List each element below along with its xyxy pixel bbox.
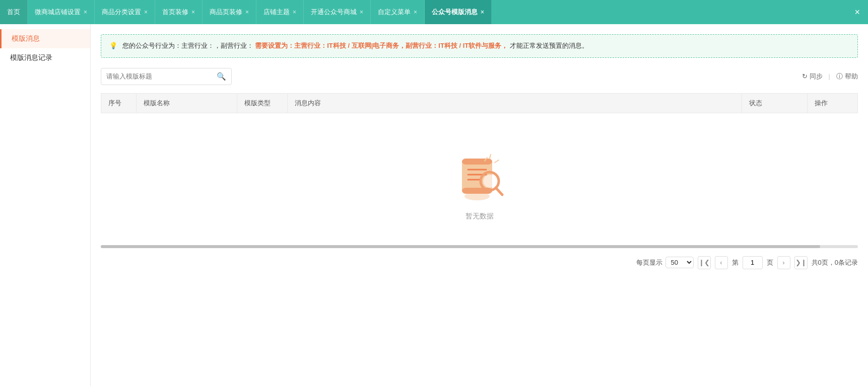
notice-highlight: 需要设置为：主营行业：IT科技 / 互联网|电子商务，副营行业：IT科技 / I… <box>255 42 508 49</box>
col-header-index: 序号 <box>101 93 137 113</box>
nav-tab-template-msg[interactable]: 公众号模版消息 × <box>425 0 492 24</box>
nav-tab-shop-theme[interactable]: 店铺主题 × <box>256 0 304 24</box>
nav-tab-home[interactable]: 首页 <box>0 0 28 24</box>
svg-rect-2 <box>462 159 492 165</box>
nav-tab-shop-settings[interactable]: 微商城店铺设置 × <box>28 0 95 24</box>
svg-line-11 <box>490 155 491 159</box>
nav-tab-custom-menu-label: 自定义菜单 <box>378 8 411 17</box>
col-header-action: 操作 <box>808 93 858 113</box>
page-number-input[interactable] <box>743 256 763 269</box>
nav-tab-open-mall[interactable]: 开通公众号商城 × <box>304 0 371 24</box>
empty-text: 暂无数据 <box>465 212 494 221</box>
nav-tab-template-msg-close[interactable]: × <box>481 9 484 16</box>
page-size-wrap: 每页显示 50 10 20 100 <box>636 257 694 268</box>
data-table: 序号 模版名称 模版类型 消息内容 状态 操作 <box>101 93 858 241</box>
nav-tab-open-mall-label: 开通公众号商城 <box>311 8 357 17</box>
empty-row: 暂无数据 <box>101 113 858 241</box>
nav-tab-product-decor[interactable]: 商品页装修 × <box>203 0 256 24</box>
nav-tab-open-mall-close[interactable]: × <box>360 9 363 16</box>
nav-tab-template-msg-label: 公众号模版消息 <box>432 8 478 17</box>
total-text: 共0页，0条记录 <box>812 258 858 267</box>
svg-line-12 <box>495 160 499 163</box>
svg-line-9 <box>496 188 502 195</box>
nav-tab-home-label: 首页 <box>7 8 20 17</box>
top-nav: 首页 微商城店铺设置 × 商品分类设置 × 首页装修 × 商品页装修 × 店铺主… <box>0 0 868 24</box>
nav-tab-category-settings-close[interactable]: × <box>144 9 148 16</box>
empty-state: 暂无数据 <box>101 113 858 241</box>
help-button[interactable]: ⓘ 帮助 <box>836 72 858 81</box>
sidebar-item-template-msg-record[interactable]: 模版消息记录 <box>0 48 90 67</box>
sync-icon: ↻ <box>802 72 808 80</box>
nav-tab-category-settings-label: 商品分类设置 <box>102 8 141 17</box>
col-header-type: 模版类型 <box>237 93 288 113</box>
sidebar-item-template-msg-label: 模版消息 <box>12 34 40 42</box>
help-icon: ⓘ <box>836 72 843 81</box>
sync-button[interactable]: ↻ 同步 <box>802 72 823 81</box>
toolbar-right: ↻ 同步 | ⓘ 帮助 <box>802 72 858 81</box>
nav-tab-shop-settings-close[interactable]: × <box>84 9 87 16</box>
nav-tab-shop-theme-close[interactable]: × <box>293 9 296 16</box>
content-area: 💡 您的公众号行业为：主营行业：，副营行业： 需要设置为：主营行业：IT科技 /… <box>91 24 868 386</box>
page-next-button[interactable]: › <box>777 256 790 269</box>
page-first-button[interactable]: ❙❮ <box>698 256 711 269</box>
sidebar-item-template-msg-record-label: 模版消息记录 <box>10 53 52 61</box>
sync-label: 同步 <box>810 72 823 81</box>
page-size-label: 每页显示 <box>636 258 662 267</box>
col-header-content: 消息内容 <box>288 93 742 113</box>
main-layout: 模版消息 模版消息记录 💡 您的公众号行业为：主营行业：，副营行业： 需要设置为… <box>0 24 868 386</box>
sidebar-item-template-msg[interactable]: 模版消息 <box>0 29 90 48</box>
notice-prefix: 您的公众号行业为：主营行业：，副营行业： <box>122 42 253 49</box>
page-size-select[interactable]: 50 10 20 100 <box>665 257 694 268</box>
toolbar-divider: | <box>829 72 830 80</box>
page-prev-button[interactable]: ‹ <box>715 256 728 269</box>
nav-tab-shop-settings-label: 微商城店铺设置 <box>35 8 81 17</box>
table-header-row: 序号 模版名称 模版类型 消息内容 状态 操作 <box>101 93 858 113</box>
nav-tab-product-decor-label: 商品页装修 <box>210 8 242 17</box>
nav-tab-home-decor[interactable]: 首页装修 × <box>155 0 203 24</box>
nav-tab-home-decor-label: 首页装修 <box>162 8 188 17</box>
page-label-prefix: 第 <box>732 258 739 267</box>
search-input-wrap[interactable]: 🔍 <box>101 68 232 85</box>
col-header-name: 模版名称 <box>137 93 237 113</box>
nav-tab-custom-menu-close[interactable]: × <box>414 9 417 16</box>
sidebar: 模版消息 模版消息记录 <box>0 24 91 386</box>
pagination-bar: 每页显示 50 10 20 100 ❙❮ ‹ 第 页 › ❯❙ 共0页，0条记录 <box>101 250 858 269</box>
nav-tab-product-decor-close[interactable]: × <box>245 9 249 16</box>
nav-tab-home-decor-close[interactable]: × <box>191 9 195 16</box>
notice-banner: 💡 您的公众号行业为：主营行业：，副营行业： 需要设置为：主营行业：IT科技 /… <box>101 34 858 58</box>
search-input[interactable] <box>106 72 217 80</box>
help-label: 帮助 <box>845 72 858 81</box>
close-all-button[interactable]: × <box>846 0 868 24</box>
svg-point-8 <box>483 175 496 188</box>
nav-tab-shop-theme-label: 店铺主题 <box>263 8 290 17</box>
nav-tab-custom-menu[interactable]: 自定义菜单 × <box>371 0 425 24</box>
empty-illustration <box>449 143 510 204</box>
search-bar: 🔍 ↻ 同步 | ⓘ 帮助 <box>101 68 858 85</box>
search-icon[interactable]: 🔍 <box>217 72 226 81</box>
col-header-status: 状态 <box>742 93 808 113</box>
scroll-thumb[interactable] <box>101 245 820 248</box>
page-last-button[interactable]: ❯❙ <box>794 256 808 269</box>
page-label-suffix: 页 <box>767 258 773 267</box>
bulb-icon: 💡 <box>109 42 117 49</box>
scroll-track[interactable] <box>101 245 858 248</box>
notice-suffix: 才能正常发送预置的消息。 <box>510 42 588 49</box>
nav-tab-category-settings[interactable]: 商品分类设置 × <box>95 0 155 24</box>
